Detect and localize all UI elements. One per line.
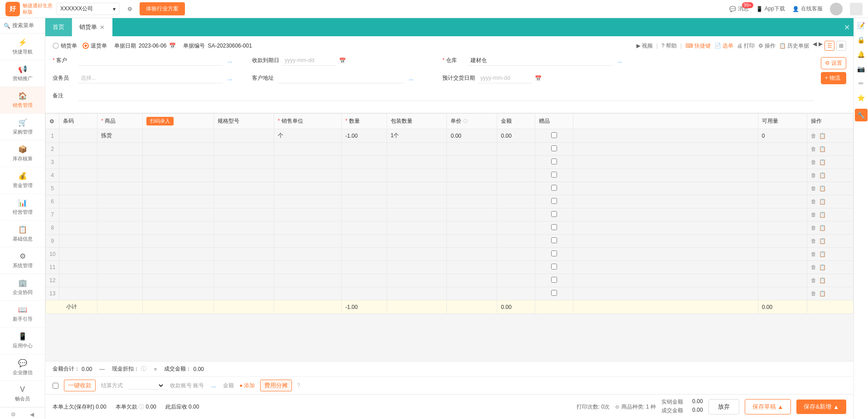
row-spec[interactable] [214, 287, 274, 300]
next-icon[interactable]: ▶ [819, 41, 823, 51]
copy-icon[interactable]: 📋 [819, 225, 826, 231]
calendar-icon2[interactable]: 📅 [339, 58, 346, 64]
row-barcode[interactable] [59, 274, 97, 287]
row-spec[interactable] [214, 235, 274, 248]
row-sales-unit[interactable] [274, 274, 341, 287]
delete-icon[interactable]: 🗑 [811, 133, 816, 139]
row-quantity[interactable] [341, 143, 387, 156]
row-unit-price[interactable] [447, 195, 497, 208]
copy-icon[interactable]: 📋 [819, 264, 826, 270]
toolbar-actions[interactable]: ⚙ 操作 [758, 42, 776, 50]
row-gift[interactable] [535, 182, 573, 195]
salesperson-dots-btn[interactable]: ... [226, 75, 234, 82]
row-pack-qty[interactable]: 1个 [387, 129, 447, 143]
row-amount[interactable] [497, 248, 535, 261]
row-amount[interactable] [497, 222, 535, 235]
row-quantity[interactable] [341, 287, 387, 300]
row-quantity[interactable] [341, 169, 387, 182]
delivery-input[interactable] [478, 73, 532, 83]
row-amount[interactable] [497, 169, 535, 182]
row-sales-unit[interactable] [274, 261, 341, 274]
copy-icon[interactable]: 📋 [819, 290, 826, 297]
experience-button[interactable]: 体验行业方案 [140, 2, 185, 15]
row-product[interactable] [97, 143, 143, 156]
customer-addr-input[interactable] [277, 73, 404, 83]
row-pack-qty[interactable] [387, 248, 447, 261]
delete-icon[interactable]: 🗑 [811, 198, 816, 205]
delete-icon[interactable]: 🗑 [811, 172, 816, 178]
row-barcode[interactable] [59, 182, 97, 195]
right-panel-edit-icon[interactable]: ✏ [858, 80, 864, 87]
sidebar-item-app-center[interactable]: 📱 应用中心 [0, 327, 45, 354]
save-new-btn[interactable]: 保存&新增 ▲ [796, 400, 846, 414]
row-product[interactable] [97, 274, 143, 287]
row-product[interactable] [97, 208, 143, 222]
toolbar-select[interactable]: 📄 选单 [714, 42, 733, 50]
row-pack-qty[interactable] [387, 182, 447, 195]
row-sales-unit[interactable] [274, 248, 341, 261]
row-product[interactable] [97, 182, 143, 195]
avatar[interactable] [830, 3, 843, 15]
row-quantity[interactable] [341, 195, 387, 208]
radio-sales[interactable]: 销货单 [53, 42, 77, 50]
save-draft-btn[interactable]: 保存草稿 ▲ [745, 399, 791, 414]
settings-btn[interactable]: ⚙ 设置 [821, 57, 846, 69]
copy-icon[interactable]: 📋 [819, 277, 826, 284]
delete-icon[interactable]: 🗑 [811, 277, 816, 284]
sidebar-item-guide[interactable]: 📖 新手引导 [0, 301, 45, 327]
customer-input[interactable] [78, 55, 223, 66]
settlement-select[interactable] [128, 382, 165, 390]
row-unit-price[interactable] [447, 274, 497, 287]
row-barcode[interactable] [59, 287, 97, 300]
delete-icon[interactable]: 🗑 [811, 146, 816, 152]
tab-sales-order[interactable]: 销货单 ✕ [72, 18, 112, 36]
right-panel-note-icon[interactable]: 📝 [857, 22, 865, 29]
copy-icon[interactable]: 📋 [819, 185, 826, 192]
online-support-btn[interactable]: 👤 在线客服 [792, 5, 823, 13]
row-sales-unit[interactable] [274, 235, 341, 248]
row-sales-unit[interactable] [274, 222, 341, 235]
scan-btn[interactable]: 扫码录入 [146, 117, 174, 125]
right-panel-lock-icon[interactable]: 🔒 [857, 36, 865, 43]
row-quantity[interactable] [341, 182, 387, 195]
row-pack-qty[interactable] [387, 222, 447, 235]
row-pack-qty[interactable] [387, 274, 447, 287]
salesperson-input[interactable] [78, 73, 223, 83]
row-pack-qty[interactable] [387, 156, 447, 169]
row-gift[interactable] [535, 169, 573, 182]
row-gift[interactable] [535, 261, 573, 274]
row-product[interactable] [97, 248, 143, 261]
delete-icon[interactable]: 🗑 [811, 185, 816, 192]
sidebar-item-quick-nav[interactable]: ⚡ 快捷导航 [0, 34, 45, 60]
one-click-checkbox[interactable] [53, 383, 58, 389]
row-gift[interactable] [535, 222, 573, 235]
row-spec[interactable] [214, 143, 274, 156]
row-barcode[interactable] [59, 222, 97, 235]
copy-icon[interactable]: 📋 [819, 159, 826, 165]
row-unit-price[interactable] [447, 182, 497, 195]
col-settings[interactable]: ⚙ [46, 114, 59, 129]
row-spec[interactable] [214, 248, 274, 261]
row-amount[interactable] [497, 195, 535, 208]
row-barcode[interactable] [59, 261, 97, 274]
row-amount[interactable] [497, 208, 535, 222]
row-spec[interactable] [214, 156, 274, 169]
delete-icon[interactable]: 🗑 [811, 212, 816, 218]
sidebar-item-finance[interactable]: 💰 资金管理 [0, 167, 45, 194]
row-gift[interactable] [535, 143, 573, 156]
row-gift[interactable] [535, 274, 573, 287]
delete-icon[interactable]: 🗑 [811, 264, 816, 270]
row-amount[interactable] [497, 182, 535, 195]
delete-icon[interactable]: 🗑 [811, 251, 816, 257]
row-spec[interactable] [214, 182, 274, 195]
sidebar-settings-icon[interactable]: ⚙ [11, 411, 16, 418]
row-unit-price[interactable] [447, 261, 497, 274]
sidebar-item-sales[interactable]: 🏠 销售管理 [0, 87, 45, 114]
tab-home[interactable]: 首页 [45, 18, 72, 36]
addr-dots-btn[interactable]: ... [407, 75, 415, 82]
sidebar-collapse-icon[interactable]: ◀ [30, 411, 34, 418]
company-selector[interactable]: XXXXXX公司 ▾ [56, 3, 120, 15]
row-unit-price[interactable] [447, 143, 497, 156]
calendar-icon[interactable]: 📅 [169, 43, 176, 49]
row-quantity[interactable] [341, 235, 387, 248]
